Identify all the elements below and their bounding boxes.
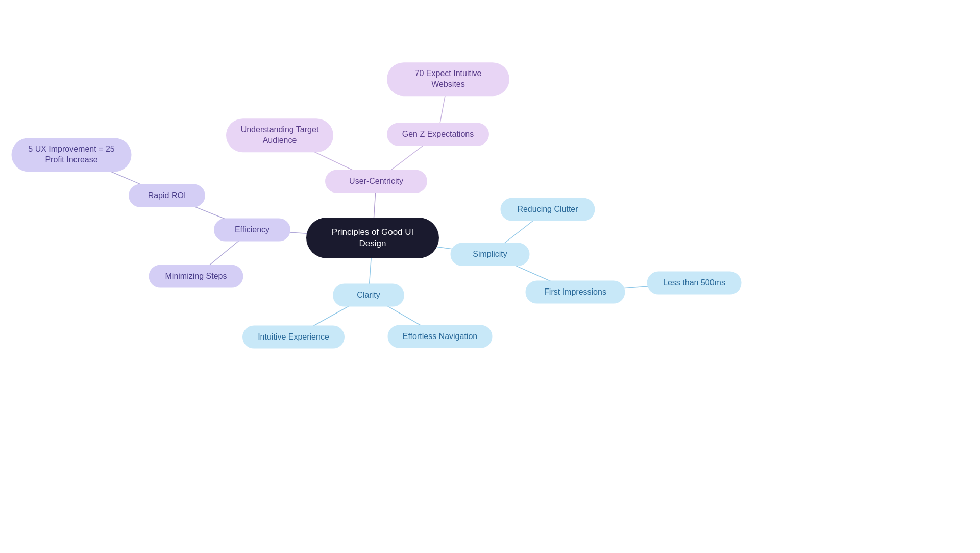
node-intuitive-experience[interactable]: Intuitive Experience	[242, 326, 345, 349]
center-node[interactable]: Principles of Good UI Design	[306, 218, 439, 258]
node-efficiency[interactable]: Efficiency	[214, 219, 290, 242]
node-understanding-target[interactable]: Understanding Target Audience	[226, 118, 333, 152]
node-gen-z[interactable]: Gen Z Expectations	[387, 123, 489, 146]
node-effortless-navigation[interactable]: Effortless Navigation	[388, 325, 493, 348]
node-5ux[interactable]: 5 UX Improvement = 25 Profit Increase	[12, 138, 132, 172]
node-reducing-clutter[interactable]: Reducing Clutter	[501, 198, 595, 221]
node-clarity[interactable]: Clarity	[333, 284, 404, 307]
node-simplicity[interactable]: Simplicity	[451, 243, 530, 266]
node-70-expect[interactable]: 70 Expect Intuitive Websites	[387, 62, 509, 96]
node-less-500ms[interactable]: Less than 500ms	[647, 272, 742, 295]
node-first-impressions[interactable]: First Impressions	[526, 281, 625, 304]
node-user-centricity[interactable]: User-Centricity	[325, 170, 427, 193]
node-minimizing-steps[interactable]: Minimizing Steps	[149, 265, 243, 288]
node-rapid-roi[interactable]: Rapid ROI	[129, 184, 205, 207]
